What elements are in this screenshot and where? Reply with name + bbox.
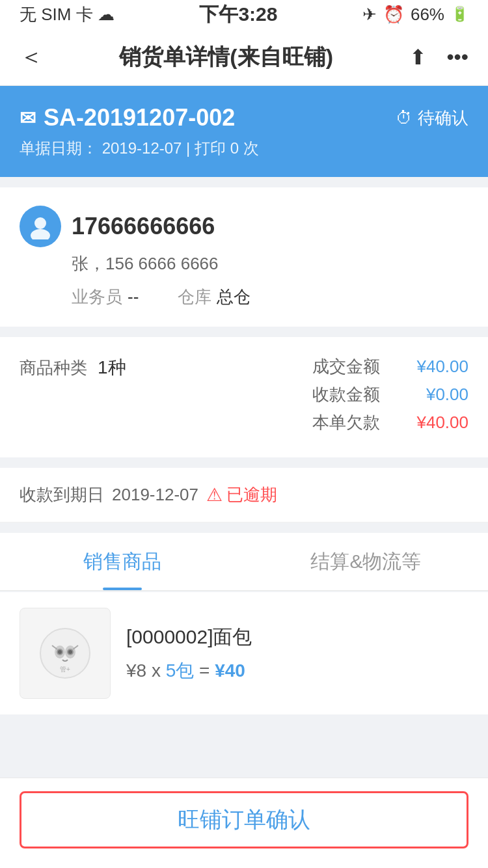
sales-rep-value: -- xyxy=(128,287,139,307)
status-right: ✈ ⏰ 66% 🔋 xyxy=(362,5,468,25)
product-type-label: 商品种类 xyxy=(20,357,87,379)
product-name: [0000002]面包 xyxy=(126,624,468,651)
received-label: 收款金额 xyxy=(312,383,380,406)
tabs: 销售商品 结算&物流等 xyxy=(0,533,488,590)
received-amount-row: 收款金额 ¥0.00 xyxy=(312,383,468,406)
confirm-order-label: 旺铺订单确认 xyxy=(178,805,310,835)
amount-section: 商品种类 1种 成交金额 ¥40.00 收款金额 ¥0.00 本单欠款 ¥40.… xyxy=(0,337,488,457)
order-header-card: ✉ SA-20191207-002 ⏱ 待确认 单据日期： 2019-12-07… xyxy=(0,86,488,177)
svg-text:管+: 管+ xyxy=(60,666,70,673)
nav-bar: ＜ 销货单详情(来自旺铺) ⬆ ••• xyxy=(0,29,488,86)
bottom-bar: 旺铺订单确认 xyxy=(0,778,488,868)
tabs-section: 销售商品 结算&物流等 xyxy=(0,533,488,591)
warehouse-value: 总仓 xyxy=(217,286,251,308)
order-id-text: SA-20191207-002 xyxy=(44,104,235,131)
customer-phone-row: 17666666666 xyxy=(20,206,468,247)
product-section: 管+ [0000002]面包 ¥8 x 5包 = ¥40 xyxy=(0,592,488,714)
avatar xyxy=(20,206,61,247)
balance-label: 本单欠款 xyxy=(312,411,380,434)
order-id: ✉ SA-20191207-002 xyxy=(20,104,235,131)
header-top-row: ✉ SA-20191207-002 ⏱ 待确认 xyxy=(20,104,468,131)
status-left: 无 SIM 卡 ☁ xyxy=(20,3,115,26)
product-item: 管+ [0000002]面包 ¥8 x 5包 = ¥40 xyxy=(20,608,468,699)
status-bar: 无 SIM 卡 ☁ 下午3:28 ✈ ⏰ 66% 🔋 xyxy=(0,0,488,29)
due-date-value: 2019-12-07 xyxy=(112,485,198,505)
tab-settlement[interactable]: 结算&物流等 xyxy=(244,533,488,590)
order-meta: 单据日期： 2019-12-07 | 打印 0 次 xyxy=(20,138,468,159)
amounts-right: 成交金额 ¥40.00 收款金额 ¥0.00 本单欠款 ¥40.00 xyxy=(312,355,468,439)
overdue-text: 已逾期 xyxy=(226,483,277,506)
price-equals: = xyxy=(194,660,215,681)
page-title: 销货单详情(来自旺铺) xyxy=(119,42,333,72)
more-icon[interactable]: ••• xyxy=(446,45,468,69)
price-formula: ¥8 x xyxy=(126,660,166,681)
due-date-section: 收款到期日 2019-12-07 ⚠ 已逾期 xyxy=(0,468,488,522)
deal-amount-label: 成交金额 xyxy=(312,355,380,378)
overdue-warning-icon: ⚠ xyxy=(206,484,223,506)
tab-sales-products[interactable]: 销售商品 xyxy=(0,533,244,590)
balance-value: ¥40.00 xyxy=(390,413,468,433)
tab-settlement-label: 结算&物流等 xyxy=(310,549,421,575)
status-time: 下午3:28 xyxy=(199,1,277,28)
due-date-label: 收款到期日 xyxy=(20,483,104,506)
warehouse-item: 仓库 总仓 xyxy=(178,286,251,308)
product-price: ¥8 x 5包 = ¥40 xyxy=(126,658,468,683)
product-info: [0000002]面包 ¥8 x 5包 = ¥40 xyxy=(126,624,468,683)
balance-row: 本单欠款 ¥40.00 xyxy=(312,411,468,434)
location-icon: ✈ xyxy=(362,5,377,25)
deal-amount-value: ¥40.00 xyxy=(390,357,468,377)
order-status-text: 待确认 xyxy=(418,107,468,129)
customer-meta-row: 业务员 -- 仓库 总仓 xyxy=(72,286,468,308)
customer-phone-text: 17666666666 xyxy=(72,213,215,240)
confirm-order-button[interactable]: 旺铺订单确认 xyxy=(20,791,468,848)
back-button[interactable]: ＜ xyxy=(20,41,43,73)
svg-point-8 xyxy=(68,650,72,654)
sales-rep-item: 业务员 -- xyxy=(72,286,139,308)
received-value: ¥0.00 xyxy=(390,385,468,405)
product-type-value: 1种 xyxy=(98,355,126,380)
svg-point-7 xyxy=(58,650,62,654)
battery-icon: 🔋 xyxy=(451,6,468,23)
product-summary: 商品种类 1种 xyxy=(20,355,126,380)
order-date-value: 2019-12-07 xyxy=(102,139,182,157)
order-date-label: 单据日期： xyxy=(20,139,98,157)
sales-rep-label: 业务员 xyxy=(72,286,122,308)
order-icon: ✉ xyxy=(20,107,36,129)
product-image: 管+ xyxy=(20,608,111,699)
battery-text: 66% xyxy=(411,5,444,25)
price-quantity: 5包 xyxy=(166,660,195,681)
no-sim-text: 无 SIM 卡 ☁ xyxy=(20,3,115,26)
customer-name: 张，156 6666 6666 xyxy=(72,252,468,275)
share-icon[interactable]: ⬆ xyxy=(409,45,427,70)
svg-point-1 xyxy=(31,229,50,239)
price-total: ¥40 xyxy=(215,660,245,681)
order-status-badge: ⏱ 待确认 xyxy=(396,107,468,129)
order-print-info: | 打印 0 次 xyxy=(186,139,259,157)
overdue-badge: ⚠ 已逾期 xyxy=(206,483,277,506)
nav-actions: ⬆ ••• xyxy=(409,45,468,70)
deal-amount-row: 成交金额 ¥40.00 xyxy=(312,355,468,378)
status-clock-icon: ⏱ xyxy=(396,108,413,128)
tab-sales-label: 销售商品 xyxy=(83,549,161,575)
svg-point-0 xyxy=(34,217,46,229)
alarm-icon: ⏰ xyxy=(383,5,404,25)
warehouse-label: 仓库 xyxy=(178,286,211,308)
customer-section: 17666666666 张，156 6666 6666 业务员 -- 仓库 总仓 xyxy=(0,187,488,327)
